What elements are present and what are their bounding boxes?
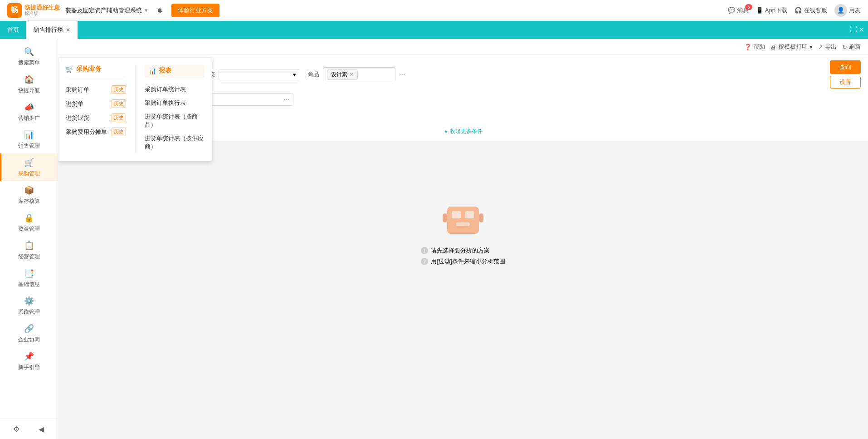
dropdown-item-report-1[interactable]: 采购订单执行表	[145, 96, 205, 110]
marketing-icon: 📣	[24, 102, 34, 113]
system-settings-button[interactable]	[153, 4, 166, 17]
inventory-icon: 📦	[24, 185, 34, 196]
salesman-select[interactable]: ···	[203, 93, 293, 106]
sidebar-item-basic-info[interactable]: 📑 基础信息	[0, 264, 58, 292]
sidebar-item-search[interactable]: 🔍 搜索菜单	[0, 43, 58, 70]
reports-section: 📊 报表 采购订单统计表 采购订单执行表 进货单统计表（按商品） 进货单统计表（…	[145, 65, 205, 153]
dropdown-item-purchase-expense[interactable]: 采购费用分摊单 历史	[66, 125, 126, 139]
dropdown-divider	[135, 65, 136, 153]
sidebar-item-guide[interactable]: 📌 新手引导	[0, 347, 58, 375]
message-badge: 5	[745, 4, 752, 10]
bill-status-select[interactable]: ▾	[219, 69, 300, 80]
sidebar-item-purchase[interactable]: 🛒 采购管理	[0, 153, 58, 181]
search-icon: 🔍	[24, 46, 34, 57]
purchase-section-title: 🛒 采购业务	[66, 65, 126, 77]
sidebar: 🔍 搜索菜单 🏠 快捷导航 📣 营销推广 📊 销售管理 🛒 采购管理 📦 库存核…	[0, 39, 58, 439]
collapse-sidebar-button[interactable]: ◀	[35, 423, 48, 435]
tab-close-icon[interactable]: ✕	[66, 27, 70, 33]
finance-icon: 🔒	[24, 212, 34, 223]
phone-icon: 📱	[756, 7, 763, 14]
tab-close-all-icon[interactable]: ✕	[858, 25, 864, 34]
app-download-group[interactable]: 📱 App下载	[756, 6, 787, 15]
sidebar-item-quick-nav[interactable]: 🏠 快捷导航	[0, 70, 58, 98]
collapse-button[interactable]: ∧ 收起更多条件	[444, 128, 483, 135]
avatar: 👤	[834, 4, 847, 17]
online-service-group[interactable]: 🎧 在线客服	[795, 6, 827, 15]
print-icon: 🖨	[770, 44, 776, 50]
print-button[interactable]: 🖨 按模板打印 ▾	[770, 43, 813, 51]
user-group[interactable]: 👤 用友	[834, 4, 861, 17]
dropdown-item-report-3[interactable]: 进货单统计表（按供应商）	[145, 132, 205, 153]
history-tag-0: 历史	[112, 85, 126, 94]
logo-area: 畅 畅捷通好生意 标准版	[7, 3, 60, 18]
refresh-icon: ↻	[842, 44, 847, 50]
report-icon: 📊	[148, 67, 156, 74]
top-header: 畅 畅捷通好生意 标准版 装备及固定资产辅助管理系统 ▾ 体验行业方案 💬 消息…	[0, 0, 868, 21]
goods-more-button[interactable]: ···	[399, 70, 405, 79]
svg-rect-4	[443, 213, 447, 222]
header-right: 💬 消息 5 📱 App下载 🎧 在线客服 👤 用友	[728, 4, 861, 17]
help-icon: ❓	[744, 44, 751, 50]
guide-icon: 📌	[24, 351, 34, 362]
sidebar-item-operations[interactable]: 📋 经营管理	[0, 237, 58, 264]
goods-tag-close[interactable]: ✕	[349, 71, 354, 78]
goods-select[interactable]: 设计素 ✕	[323, 67, 395, 82]
svg-rect-0	[447, 207, 479, 234]
export-icon: ↗	[818, 44, 823, 50]
settings-filter-button[interactable]: 设置	[830, 76, 861, 89]
headset-icon: 🎧	[795, 7, 802, 14]
tab-sales-ranking[interactable]: 销售排行榜 ✕	[26, 21, 78, 39]
logo-icon: 畅	[7, 3, 22, 18]
sidebar-item-marketing[interactable]: 📣 营销推广	[0, 98, 58, 126]
tip-num-2: 2	[421, 258, 428, 265]
goods-tag: 设计素 ✕	[327, 69, 358, 80]
goods-label: 商品	[307, 70, 319, 79]
svg-rect-3	[456, 222, 470, 226]
toolbar: ❓ 帮助 🖨 按模板打印 ▾ ↗ 导出 ↻ 刷新	[58, 39, 868, 55]
dropdown-item-purchase-order[interactable]: 采购订单 历史	[66, 83, 126, 97]
content-area: 🛒 采购业务 采购订单 历史 进货单 历史 进货退货 历史 采购费用分摊单	[58, 39, 868, 439]
bill-status-dropdown-icon: ▾	[293, 71, 296, 78]
sales-icon: 📊	[24, 129, 34, 140]
salesman-more-button[interactable]: ···	[283, 95, 289, 104]
empty-icon	[440, 197, 486, 243]
sidebar-item-sales[interactable]: 📊 销售管理	[0, 126, 58, 153]
dropdown-item-report-2[interactable]: 进货单统计表（按商品）	[145, 110, 205, 132]
dropdown-item-goods-return[interactable]: 进货退货 历史	[66, 111, 126, 125]
dropdown-arrow-icon[interactable]: ▾	[145, 7, 148, 14]
export-button[interactable]: ↗ 导出	[818, 43, 837, 51]
refresh-button[interactable]: ↻ 刷新	[842, 43, 861, 51]
sidebar-item-inventory[interactable]: 📦 库存核算	[0, 181, 58, 209]
tab-expand-icon[interactable]: ⛶	[850, 25, 857, 34]
sidebar-item-enterprise[interactable]: 🔗 企业协同	[0, 320, 58, 347]
trial-button[interactable]: 体验行业方案	[171, 4, 219, 17]
svg-rect-5	[479, 213, 483, 222]
help-button[interactable]: ❓ 帮助	[744, 43, 765, 51]
empty-state: 1 请先选择要分析的方案 2 用[过滤]条件来缩小分析范围	[58, 141, 868, 322]
sidebar-bottom: ⚙ ◀	[0, 419, 58, 439]
sidebar-item-system[interactable]: ⚙️ 系统管理	[0, 292, 58, 320]
logo-title: 畅捷通好生意	[24, 4, 60, 11]
tab-home[interactable]: 首页	[0, 21, 26, 39]
home-icon: 🏠	[24, 74, 34, 85]
tip-num-1: 1	[421, 247, 428, 254]
purchase-icon: 🛒	[24, 157, 34, 168]
query-button[interactable]: 查询	[830, 60, 861, 74]
basic-info-icon: 📑	[24, 268, 34, 279]
message-icon-group[interactable]: 💬 消息 5	[728, 6, 749, 15]
history-tag-1: 历史	[112, 99, 126, 108]
message-icon: 💬	[728, 7, 735, 14]
logo-text: 畅捷通好生意 标准版	[24, 4, 60, 17]
dropdown-item-goods-receipt[interactable]: 进货单 历史	[66, 97, 126, 111]
sidebar-item-finance[interactable]: 🔒 资金管理	[0, 209, 58, 237]
system-name: 装备及固定资产辅助管理系统 ▾	[65, 6, 148, 15]
logo-subtitle: 标准版	[24, 11, 60, 16]
empty-tips: 1 请先选择要分析的方案 2 用[过滤]条件来缩小分析范围	[421, 247, 505, 266]
operations-icon: 📋	[24, 240, 34, 251]
history-tag-2: 历史	[112, 113, 126, 122]
dropdown-item-report-0[interactable]: 采购订单统计表	[145, 83, 205, 96]
purchase-section: 🛒 采购业务 采购订单 历史 进货单 历史 进货退货 历史 采购费用分摊单	[66, 65, 126, 153]
goods-filter-item: 商品 设计素 ✕ ···	[307, 67, 405, 82]
settings-bottom-button[interactable]: ⚙	[10, 423, 23, 435]
svg-rect-1	[452, 211, 461, 218]
